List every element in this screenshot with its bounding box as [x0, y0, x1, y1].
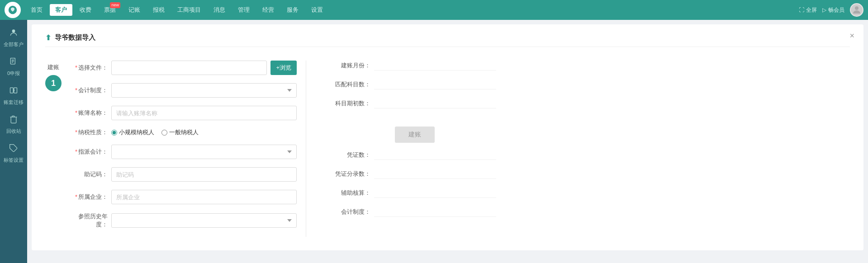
memo-code-label: 助记码：	[71, 170, 111, 178]
sidebar: 全部客户 0申报 账套迁移 回收站 标签设置	[0, 20, 27, 263]
vertical-divider	[306, 61, 306, 237]
accounting-system-row: *会计制度：	[71, 83, 297, 98]
svg-rect-7	[10, 88, 14, 93]
build-month-label: 建账月份：	[333, 61, 374, 70]
user-avatar[interactable]	[850, 3, 863, 17]
voucher-count-row: 凭证数：	[333, 150, 496, 160]
sidebar-item-recycle[interactable]: 回收站	[1, 111, 26, 138]
ref-year-label: 参照历史年度：	[71, 212, 111, 229]
radio-general[interactable]: 一般纳税人	[161, 128, 199, 136]
memo-code-row: 助记码：	[71, 167, 297, 182]
form-wrapper: 建账 1 *选择文件： +浏览	[45, 61, 850, 237]
right-submit-area: 建账	[333, 122, 496, 143]
nav-manage[interactable]: 管理	[232, 4, 255, 16]
nav-message[interactable]: 消息	[208, 4, 231, 16]
nav-client[interactable]: 客户	[50, 4, 72, 16]
nav-bookkeeping[interactable]: 记账	[123, 4, 146, 16]
aux-accounting-value	[374, 188, 496, 198]
radio-general-label: 一般纳税人	[169, 128, 199, 136]
submit-build-button[interactable]: 建账	[395, 127, 435, 143]
import-dialog-card: ⬆ 导爷数据导入 × 建账 1 *选择文件：	[32, 24, 863, 250]
period-initial-value	[374, 99, 496, 108]
app-logo[interactable]	[5, 2, 21, 18]
main-content: ⬆ 导爷数据导入 × 建账 1 *选择文件：	[27, 20, 868, 263]
dialog-header: ⬆ 导爷数据导入	[45, 33, 850, 47]
accountant-control	[111, 145, 297, 159]
browse-button[interactable]: +浏览	[270, 61, 297, 75]
radio-small-scale-input[interactable]	[111, 130, 117, 136]
step-circle: 1	[45, 75, 62, 91]
right-accounting-system-value	[374, 207, 496, 217]
play-icon: ▷	[822, 7, 826, 13]
voucher-entries-row: 凭证分录数：	[333, 169, 496, 179]
company-row: *所属企业：	[71, 190, 297, 204]
voucher-count-label: 凭证数：	[333, 151, 374, 159]
match-subjects-value	[374, 80, 496, 89]
close-button[interactable]: ×	[849, 32, 854, 40]
nav-invoice[interactable]: 票据 new	[99, 4, 121, 16]
zero-declaration-icon	[9, 57, 18, 68]
step-label: 建账	[47, 63, 59, 71]
tags-icon	[9, 144, 18, 155]
sidebar-label-tags: 标签设置	[4, 157, 24, 164]
import-icon: ⬆	[45, 33, 51, 42]
accountant-row: *指派会计：	[71, 145, 297, 159]
ref-year-select[interactable]	[111, 213, 297, 228]
nav-fees[interactable]: 收费	[74, 4, 97, 16]
nav-business[interactable]: 工商项目	[172, 4, 206, 16]
sidebar-item-all-clients[interactable]: 全部客户	[1, 24, 26, 52]
company-input[interactable]	[111, 190, 297, 204]
radio-small-scale[interactable]: 小规模纳税人	[111, 128, 154, 136]
svg-point-2	[12, 29, 15, 33]
build-month-row: 建账月份：	[333, 61, 496, 70]
ledger-name-row: *账簿名称：	[71, 106, 297, 120]
ledger-name-input[interactable]	[111, 106, 297, 120]
nav-home[interactable]: 首页	[25, 4, 48, 16]
tax-nature-label: *纳税性质：	[71, 128, 111, 136]
accounting-system-label: *会计制度：	[71, 86, 111, 94]
memo-code-input[interactable]	[111, 167, 297, 182]
recycle-icon	[9, 115, 18, 126]
dialog-title: 导爷数据导入	[55, 33, 95, 42]
form-left: *选择文件： +浏览 *会计制度：	[71, 61, 297, 237]
sidebar-label-zero-declaration: 0申报	[7, 70, 20, 77]
ledger-name-label: *账簿名称：	[71, 109, 111, 117]
build-month-value	[374, 61, 496, 70]
aux-accounting-label: 辅助核算：	[333, 189, 374, 197]
voucher-entries-label: 凭证分录数：	[333, 170, 374, 178]
main-layout: 全部客户 0申报 账套迁移 回收站 标签设置	[0, 20, 868, 263]
nav-settings[interactable]: 设置	[306, 4, 328, 16]
right-form-section: 建账月份： 匹配科目数： 科目期初数： 建账	[333, 61, 496, 226]
voucher-entries-value	[374, 169, 496, 179]
nav-service[interactable]: 服务	[281, 4, 304, 16]
nav-right-area: ⛶ 全屏 ▷ 畅会员	[799, 3, 863, 17]
fullscreen-icon: ⛶	[799, 7, 804, 13]
radio-general-input[interactable]	[161, 130, 167, 136]
nav-badge-new: new	[110, 2, 120, 8]
voucher-count-value	[374, 150, 496, 160]
accounting-system-select[interactable]	[111, 83, 297, 98]
all-clients-icon	[9, 28, 18, 39]
accounting-system-control	[111, 83, 297, 98]
ref-year-control	[111, 213, 297, 228]
company-label: *所属企业：	[71, 193, 111, 201]
vip-btn[interactable]: ▷ 畅会员	[822, 6, 844, 14]
accountant-label: *指派会计：	[71, 148, 111, 156]
file-text-input[interactable]	[111, 61, 267, 75]
svg-point-1	[855, 6, 859, 10]
nav-items: 首页 客户 收费 票据 new 记账 报税 工商项目 消息 管理 经营 服务 设…	[25, 4, 799, 16]
sidebar-item-migration[interactable]: 账套迁移	[1, 82, 26, 109]
radio-small-scale-label: 小规模纳税人	[119, 128, 154, 136]
sidebar-item-zero-declaration[interactable]: 0申报	[1, 53, 26, 80]
company-control	[111, 190, 297, 204]
tax-nature-row: *纳税性质： 小规模纳税人 一般纳税人	[71, 128, 297, 136]
right-accounting-system-label: 会计制度：	[333, 208, 374, 216]
match-subjects-row: 匹配科目数：	[333, 80, 496, 89]
sidebar-item-tags[interactable]: 标签设置	[1, 140, 26, 167]
nav-tax[interactable]: 报税	[147, 4, 170, 16]
step-indicator: 建账 1	[45, 61, 62, 237]
accountant-select[interactable]	[111, 145, 297, 159]
tax-nature-control: 小规模纳税人 一般纳税人	[111, 128, 297, 136]
fullscreen-btn[interactable]: ⛶ 全屏	[799, 6, 817, 14]
nav-operation[interactable]: 经营	[257, 4, 280, 16]
